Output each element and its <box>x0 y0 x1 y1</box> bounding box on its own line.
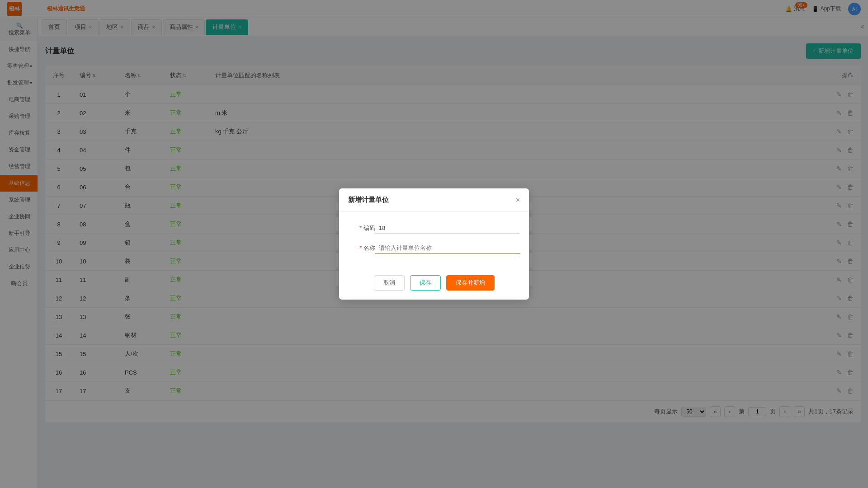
save-button[interactable]: 保存 <box>410 275 441 291</box>
form-row-code: * 编码 <box>348 223 520 234</box>
name-label: * 名称 <box>348 244 375 252</box>
name-input[interactable] <box>375 243 520 253</box>
code-input[interactable] <box>375 223 520 234</box>
dialog-close-button[interactable]: × <box>516 196 520 204</box>
cancel-button[interactable]: 取消 <box>374 275 405 291</box>
form-row-name: * 名称 <box>348 243 520 253</box>
save-and-new-button[interactable]: 保存并新增 <box>446 275 495 291</box>
add-measure-unit-dialog: 新增计量单位 × * 编码 * 名称 取消 保存 保存并新增 <box>339 188 529 300</box>
dialog-overlay[interactable]: 新增计量单位 × * 编码 * 名称 取消 保存 保存并新增 <box>0 0 868 488</box>
dialog-footer: 取消 保存 保存并新增 <box>339 270 529 300</box>
dialog-title: 新增计量单位 <box>348 196 389 204</box>
code-label: * 编码 <box>348 224 375 232</box>
dialog-body: * 编码 * 名称 <box>339 212 529 270</box>
dialog-header: 新增计量单位 × <box>339 188 529 212</box>
